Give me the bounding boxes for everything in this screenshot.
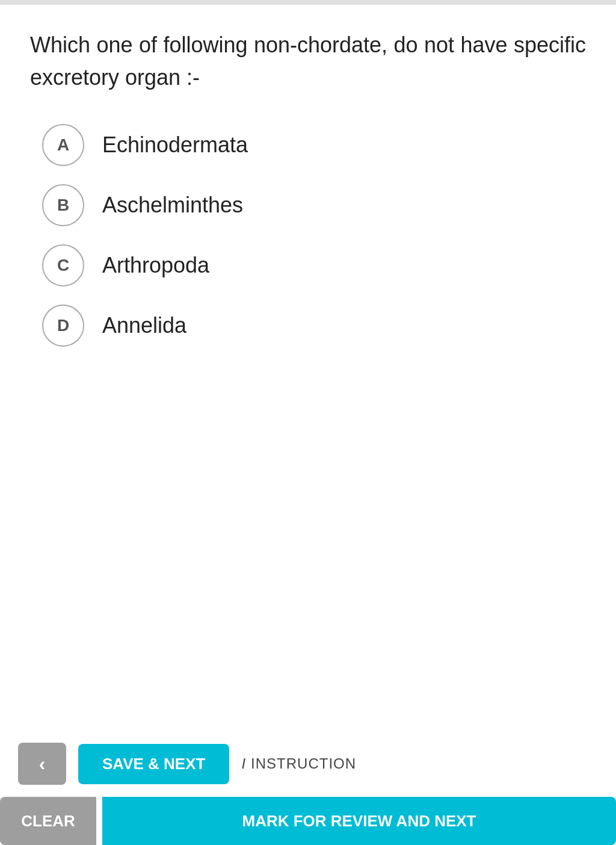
option-c-label: Arthropoda [102,253,209,278]
bottom-action-bar: CLEAR MARK FOR REVIEW AND NEXT [0,797,616,845]
back-button[interactable]: ‹ [18,743,66,785]
bottom-bar: ‹ SAVE & NEXT i INSTRUCTION [0,731,616,797]
option-a-circle: A [42,124,84,166]
mark-review-button[interactable]: MARK FOR REVIEW AND NEXT [102,797,616,845]
option-d[interactable]: D Annelida [42,305,574,347]
instruction-link[interactable]: i INSTRUCTION [241,755,356,772]
option-b-circle: B [42,184,84,226]
option-b-label: Aschelminthes [102,193,243,218]
info-icon: i [241,755,246,772]
options-list: A Echinodermata B Aschelminthes C Arthro… [30,118,586,353]
back-arrow-icon: ‹ [39,753,46,775]
question-container: Which one of following non-chordate, do … [0,5,616,365]
question-text: Which one of following non-chordate, do … [30,29,586,94]
option-b[interactable]: B Aschelminthes [42,184,574,226]
option-d-circle: D [42,305,84,347]
option-a[interactable]: A Echinodermata [42,124,574,166]
clear-button[interactable]: CLEAR [0,797,96,845]
save-next-button[interactable]: SAVE & NEXT [78,744,229,784]
option-a-label: Echinodermata [102,132,248,158]
option-d-label: Annelida [102,313,186,338]
instruction-label: INSTRUCTION [251,755,356,772]
option-c-circle: C [42,244,84,286]
top-divider [0,0,616,5]
option-c[interactable]: C Arthropoda [42,244,574,286]
